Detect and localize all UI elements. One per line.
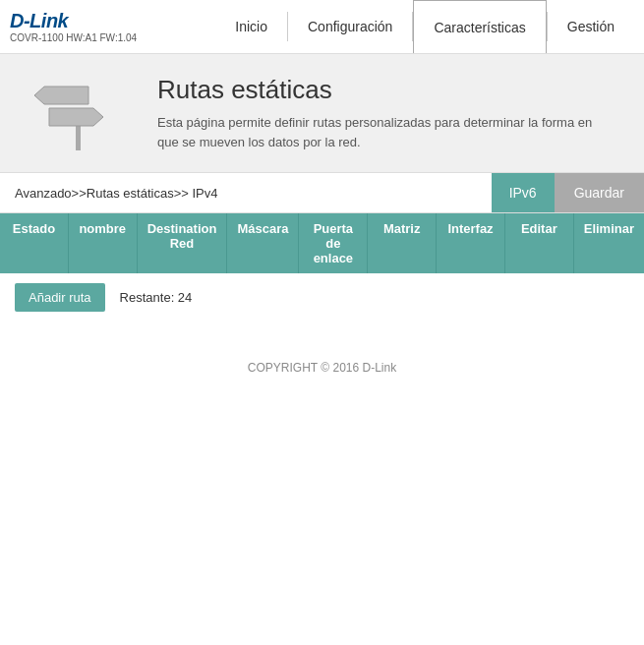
page-title: Rutas estáticas [157,75,600,105]
col-mascara: Máscara [227,213,299,273]
col-matriz: Matriz [368,213,437,273]
col-puerta: Puerta de enlace [299,213,368,273]
copyright-text: COPYRIGHT © 2016 D-Link [248,361,396,375]
col-eliminar: Eliminar [574,213,644,273]
nav-inicio[interactable]: Inicio [215,0,287,53]
ipv6-button[interactable]: IPv6 [492,173,555,212]
col-destination: Destination Red [138,213,228,273]
table-actions: Añadir ruta Restante: 24 [0,273,644,322]
nav-gestion[interactable]: Gestión [548,0,634,53]
col-interfaz: Interfaz [437,213,505,273]
breadcrumb: Avanzado>>Rutas estáticas>> IPv4 [0,186,492,201]
logo-area: D-Link COVR-1100 HW:A1 FW:1.04 [10,10,137,43]
header: D-Link COVR-1100 HW:A1 FW:1.04 Inicio Co… [0,0,644,54]
nav-caracteristicas[interactable]: Características [413,0,546,53]
nav-bar: Inicio Configuración Características Ges… [215,0,634,53]
save-button[interactable]: Guardar [555,173,644,212]
nav-configuracion[interactable]: Configuración [288,0,412,53]
svg-marker-2 [49,108,103,126]
svg-marker-1 [34,87,88,104]
table-header: Estado nombre Destination Red Máscara Pu… [0,213,644,273]
banner-icon [29,74,128,152]
footer: COPYRIGHT © 2016 D-Link [0,341,644,394]
col-estado: Estado [0,213,69,273]
toolbar: Avanzado>>Rutas estáticas>> IPv4 IPv6 Gu… [0,172,644,213]
banner-text: Rutas estáticas Esta página permite defi… [157,75,600,151]
banner: Rutas estáticas Esta página permite defi… [0,54,644,172]
page-description: Esta página permite definir rutas person… [157,113,600,151]
logo-text: D-Link [10,10,137,32]
model-text: COVR-1100 HW:A1 FW:1.04 [10,32,137,43]
col-nombre: nombre [69,213,138,273]
col-editar: Editar [505,213,574,273]
remaining-count: Restante: 24 [120,290,193,305]
add-route-button[interactable]: Añadir ruta [15,283,105,312]
